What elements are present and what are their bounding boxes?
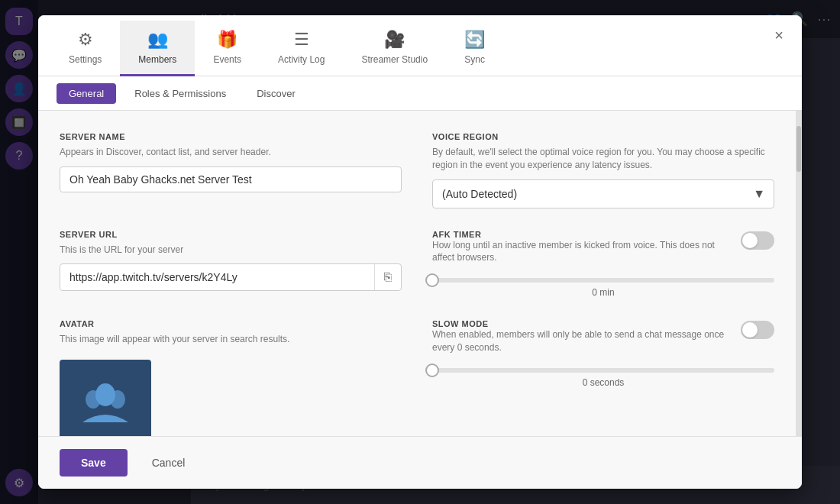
sub-tab-general[interactable]: General	[57, 83, 116, 104]
tab-bar: ⚙ Settings 👥 Members 🎁 Events ☰ Activity…	[38, 15, 802, 76]
server-url-input[interactable]	[60, 265, 374, 289]
afk-timer-toggle[interactable]	[741, 231, 774, 250]
avatar-desc: This image will appear with your server …	[60, 333, 402, 346]
url-input-wrapper: ⎘	[60, 263, 402, 291]
modal-scrollbar	[796, 111, 802, 436]
tab-activity-log-label: Activity Log	[278, 54, 325, 65]
modal-overlay: × ⚙ Settings 👥 Members 🎁 Events ☰ Activi…	[0, 0, 840, 504]
afk-timer-label: AFK TIMER	[432, 230, 729, 239]
server-url-desc: This is the URL for your server	[60, 244, 402, 257]
tab-settings[interactable]: ⚙ Settings	[50, 21, 120, 76]
slow-mode-slider-track	[432, 368, 774, 373]
scrollbar-thumb[interactable]	[796, 126, 801, 172]
voice-region-select-wrapper: (Auto Detected) US East US West EU West …	[432, 179, 774, 208]
modal-main: SERVER NAME Appears in Discover, contact…	[38, 111, 796, 436]
afk-timer-group: AFK TIMER How long until an inactive mem…	[432, 230, 774, 299]
modal-close-button[interactable]: ×	[768, 24, 790, 46]
slow-mode-toggle-row: SLOW MODE When enabled, members will onl…	[432, 319, 774, 357]
server-name-desc: Appears in Discover, contact list, and s…	[60, 146, 402, 159]
avatar-label: AVATAR	[60, 319, 402, 328]
afk-timer-toggle-row: AFK TIMER How long until an inactive mem…	[432, 230, 774, 268]
slow-mode-label: SLOW MODE	[432, 319, 729, 328]
tab-events[interactable]: 🎁 Events	[195, 21, 260, 76]
members-tab-icon: 👥	[147, 30, 168, 50]
slow-mode-slider-label: 0 seconds	[432, 377, 774, 388]
afk-timer-slider-track	[432, 278, 774, 283]
afk-timer-slider-wrapper: 0 min	[432, 278, 774, 298]
svg-point-2	[95, 383, 115, 406]
copy-url-button[interactable]: ⎘	[374, 264, 401, 290]
activity-log-icon: ☰	[294, 30, 309, 50]
avatar-icon	[78, 378, 133, 432]
afk-timer-desc: How long until an inactive member is kic…	[432, 239, 729, 265]
sub-tab-roles-permissions[interactable]: Roles & Permissions	[122, 83, 238, 104]
voice-region-label: VOICE REGION	[432, 132, 774, 141]
server-url-label: SERVER URL	[60, 230, 402, 239]
modal-body: SERVER NAME Appears in Discover, contact…	[38, 111, 802, 436]
tab-streamer-studio[interactable]: 🎥 Streamer Studio	[343, 21, 446, 76]
avatar-container[interactable]	[60, 360, 151, 436]
streamer-studio-icon: 🎥	[384, 30, 405, 50]
slow-mode-desc: When enabled, members will only be able …	[432, 328, 729, 354]
slow-mode-group: SLOW MODE When enabled, members will onl…	[432, 319, 774, 436]
voice-region-group: VOICE REGION By default, we'll select th…	[432, 132, 774, 208]
tab-sync[interactable]: 🔄 Sync	[446, 21, 503, 76]
save-button[interactable]: Save	[60, 449, 128, 477]
afk-timer-info: AFK TIMER How long until an inactive mem…	[432, 230, 729, 268]
slow-mode-toggle[interactable]	[741, 321, 774, 339]
server-name-input[interactable]	[60, 166, 402, 192]
events-icon: 🎁	[217, 30, 237, 50]
tab-members[interactable]: 👥 Members	[120, 21, 195, 76]
cancel-button[interactable]: Cancel	[137, 449, 201, 477]
sub-tab-bar: General Roles & Permissions Discover	[38, 76, 802, 111]
settings-icon: ⚙	[78, 30, 93, 50]
avatar-group: AVATAR This image will appear with your …	[60, 319, 402, 436]
tab-events-label: Events	[213, 54, 241, 65]
tab-members-label: Members	[138, 54, 176, 65]
modal-footer: Save Cancel	[38, 436, 802, 489]
slow-mode-slider-wrapper: 0 seconds	[432, 368, 774, 388]
sync-icon: 🔄	[464, 30, 485, 50]
tab-sync-label: Sync	[464, 54, 485, 65]
tab-activity-log[interactable]: ☰ Activity Log	[260, 21, 343, 76]
afk-timer-slider-thumb[interactable]	[425, 273, 439, 287]
server-name-group: SERVER NAME Appears in Discover, contact…	[60, 132, 402, 208]
server-name-label: SERVER NAME	[60, 132, 402, 141]
tab-streamer-studio-label: Streamer Studio	[361, 54, 428, 65]
tab-settings-label: Settings	[69, 54, 102, 65]
server-url-group: SERVER URL This is the URL for your serv…	[60, 230, 402, 299]
voice-region-desc: By default, we'll select the optimal voi…	[432, 146, 774, 172]
afk-timer-slider-label: 0 min	[432, 287, 774, 298]
slow-mode-slider-thumb[interactable]	[425, 363, 439, 377]
slow-mode-info: SLOW MODE When enabled, members will onl…	[432, 319, 729, 357]
sub-tab-discover[interactable]: Discover	[244, 83, 308, 104]
voice-region-select[interactable]: (Auto Detected) US East US West EU West …	[432, 179, 774, 208]
server-settings-modal: × ⚙ Settings 👥 Members 🎁 Events ☰ Activi…	[38, 15, 802, 489]
